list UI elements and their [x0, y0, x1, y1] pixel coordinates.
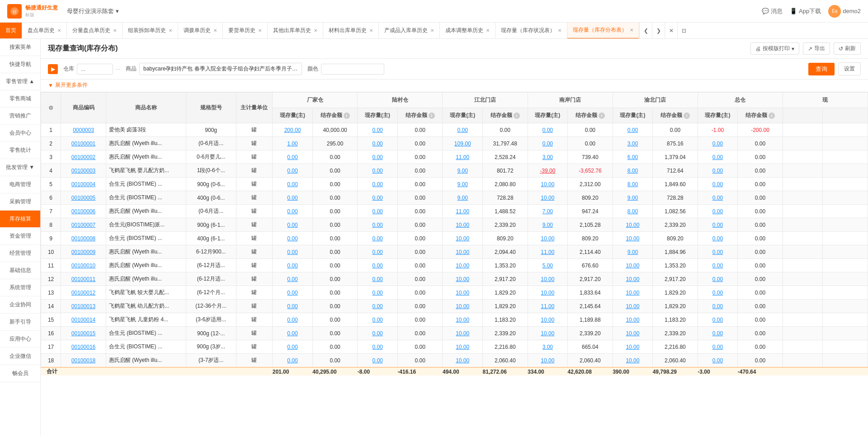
tab-close-icon[interactable]: ✕	[314, 28, 317, 33]
tab-close-icon[interactable]: ✕	[113, 28, 117, 33]
row-yb-qty[interactable]: 10.00	[613, 218, 653, 232]
info-icon[interactable]: i	[599, 113, 605, 119]
row-code[interactable]: 0000003	[61, 123, 106, 137]
tab-inventory-check-history[interactable]: 盘点单历史 ✕	[22, 23, 67, 39]
row-code[interactable]: 00100006	[61, 205, 106, 218]
row-fj-qty[interactable]: 1.00	[273, 137, 313, 150]
message-btn[interactable]: 💬 消息	[762, 7, 783, 15]
row-fj-qty[interactable]: 0.00	[273, 259, 313, 272]
tab-close-icon[interactable]: ✕	[258, 28, 262, 33]
tab-close-all-btn[interactable]: ✕	[665, 23, 677, 39]
tab-home[interactable]: 首页	[0, 23, 22, 39]
row-lc-qty[interactable]: 0.00	[358, 164, 398, 178]
tab-product-in-history[interactable]: 产成品入库单历史 ✕	[379, 23, 440, 39]
row-code[interactable]: 00100016	[61, 340, 106, 354]
row-code[interactable]: 00100003	[61, 164, 106, 178]
app-download-btn[interactable]: 📱 App下载	[790, 7, 821, 15]
row-yb-qty[interactable]: 10.00	[613, 272, 653, 286]
row-na-qty[interactable]: 10.00	[528, 191, 568, 205]
tab-request-history[interactable]: 要货单历史 ✕	[223, 23, 268, 39]
row-code[interactable]: 00100005	[61, 191, 106, 205]
row-lc-qty[interactable]: 0.00	[358, 150, 398, 164]
row-fj-qty[interactable]: 0.00	[273, 178, 313, 191]
settings-btn[interactable]: 设置	[838, 62, 861, 75]
row-na-qty[interactable]: 10.00	[528, 272, 568, 286]
row-lc-qty[interactable]: 0.00	[358, 218, 398, 232]
row-fj-qty[interactable]: 0.00	[273, 232, 313, 245]
row-lc-qty[interactable]: 0.00	[358, 178, 398, 191]
tab-close-icon[interactable]: ✕	[369, 28, 373, 33]
row-jb-qty[interactable]: 10.00	[443, 218, 483, 232]
row-jb-qty[interactable]: 10.00	[443, 259, 483, 272]
row-lc-qty[interactable]: 0.00	[358, 205, 398, 218]
row-na-qty[interactable]: 10.00	[528, 327, 568, 340]
row-fj-qty[interactable]: 0.00	[273, 286, 313, 300]
row-na-qty[interactable]: 0.00	[528, 137, 568, 150]
row-lc-qty[interactable]: 0.00	[358, 191, 398, 205]
row-yb-qty[interactable]: 9.00	[613, 191, 653, 205]
row-code[interactable]: 00100007	[61, 218, 106, 232]
row-code[interactable]: 00100011	[61, 272, 106, 286]
row-total-qty[interactable]: 0.00	[698, 150, 738, 164]
tab-close-icon[interactable]: ✕	[430, 28, 434, 33]
row-fj-qty[interactable]: 0.00	[273, 218, 313, 232]
sidebar-item-guide[interactable]: 新手引导	[0, 314, 40, 331]
row-fj-qty[interactable]: 200.00	[273, 123, 313, 137]
tab-stock-status[interactable]: 现存量（库存状况表） ✕	[495, 23, 567, 39]
tab-quantity-check-history[interactable]: 分量盘点单历史 ✕	[67, 23, 123, 39]
row-lc-qty[interactable]: 0.00	[358, 123, 398, 137]
row-na-qty[interactable]: 11.00	[528, 245, 568, 259]
sidebar-item-inventory[interactable]: 库存核算	[0, 211, 40, 228]
print-btn[interactable]: 🖨 按模版打印 ▾	[750, 42, 799, 55]
info-icon[interactable]: i	[684, 113, 690, 119]
tab-material-out-history[interactable]: 材料出库单历史 ✕	[323, 23, 379, 39]
sidebar-item-collaboration[interactable]: 企业协同	[0, 296, 40, 314]
row-fj-qty[interactable]: 0.00	[273, 191, 313, 205]
row-fj-qty[interactable]: 0.00	[273, 354, 313, 368]
row-na-qty[interactable]: 11.00	[528, 300, 568, 313]
footer-fj-qty[interactable]: 201.00	[273, 367, 313, 375]
filter-toggle-btn[interactable]: ▶	[48, 64, 58, 74]
row-yb-qty[interactable]: 10.00	[613, 286, 653, 300]
footer-total-qty[interactable]: -3.00	[698, 367, 738, 375]
row-yb-qty[interactable]: 10.00	[613, 354, 653, 368]
row-yb-qty[interactable]: 6.00	[613, 150, 653, 164]
row-na-qty[interactable]: 3.00	[528, 340, 568, 354]
row-jb-qty[interactable]: 9.00	[443, 191, 483, 205]
row-na-qty[interactable]: 7.00	[528, 205, 568, 218]
row-jb-qty[interactable]: 10.00	[443, 340, 483, 354]
row-jb-qty[interactable]: 10.00	[443, 354, 483, 368]
row-yb-qty[interactable]: 10.00	[613, 313, 653, 327]
tab-close-icon[interactable]: ✕	[213, 28, 217, 33]
row-total-qty[interactable]: 0.00	[698, 191, 738, 205]
row-fj-qty[interactable]: 0.00	[273, 313, 313, 327]
row-yb-qty[interactable]: 0.00	[613, 123, 653, 137]
row-yb-qty[interactable]: 8.00	[613, 178, 653, 191]
row-lc-qty[interactable]: 0.00	[358, 313, 398, 327]
row-na-qty[interactable]: -39.00	[528, 164, 568, 178]
row-total-qty[interactable]: 0.00	[698, 327, 738, 340]
row-na-qty[interactable]: 5.00	[528, 259, 568, 272]
row-yb-qty[interactable]: 10.00	[613, 340, 653, 354]
sidebar-item-member[interactable]: 会员中心	[0, 125, 40, 142]
row-fj-qty[interactable]: 0.00	[273, 205, 313, 218]
tab-assemble-history[interactable]: 组装拆卸单历史 ✕	[123, 23, 178, 39]
row-total-qty[interactable]: 0.00	[698, 340, 738, 354]
row-jb-qty[interactable]: 109.00	[443, 137, 483, 150]
sidebar-item-purchase[interactable]: 采购管理	[0, 193, 40, 211]
row-total-qty[interactable]: 0.00	[698, 137, 738, 150]
row-fj-qty[interactable]: 0.00	[273, 245, 313, 259]
expand-conditions-btn[interactable]: ▼ 展开更多条件	[48, 81, 861, 89]
row-code[interactable]: 00100008	[61, 232, 106, 245]
sidebar-item-wholesale[interactable]: 批发管理 ▼	[0, 159, 40, 176]
row-jb-qty[interactable]: 11.00	[443, 150, 483, 164]
product-input[interactable]: babycare孕妇待产包 春季入院全套母子组合孕妇产后冬季月子用品 22件套 …	[139, 63, 302, 75]
row-jb-qty[interactable]: 10.00	[443, 313, 483, 327]
row-na-qty[interactable]: 10.00	[528, 286, 568, 300]
tab-cost-adjust-history[interactable]: 成本调整单历史 ✕	[440, 23, 495, 39]
sidebar-item-finance[interactable]: 资金管理	[0, 228, 40, 245]
tab-stock-distribution[interactable]: 现存量（库存分布表） ✕	[567, 23, 639, 39]
sidebar-item-system[interactable]: 系统管理	[0, 279, 40, 296]
sidebar-item-member-plus[interactable]: 畅会员	[0, 365, 40, 382]
footer-lc-qty[interactable]: -8.00	[358, 367, 398, 375]
